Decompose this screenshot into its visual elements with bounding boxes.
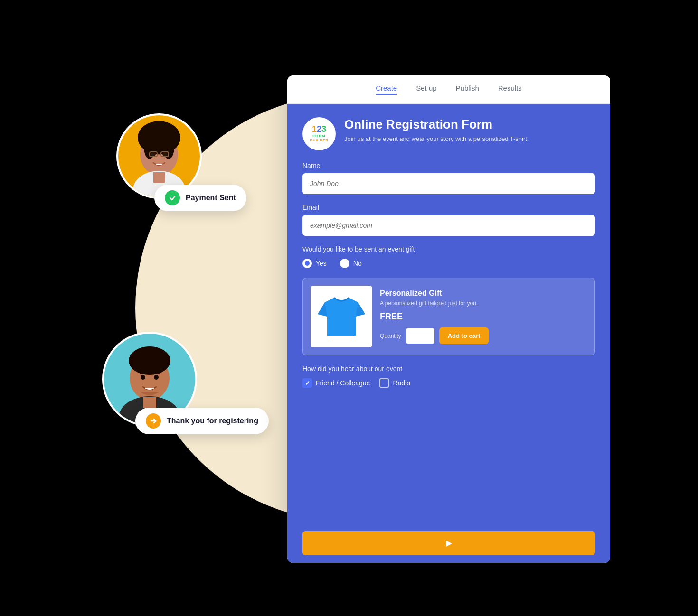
product-image [311,286,372,347]
name-input[interactable] [302,173,595,194]
checkbox-friend-label: Friend / Colleague [316,379,370,387]
thankyou-text: Thank you for registering [167,417,258,425]
product-price: FREE [380,312,587,322]
left-section: Payment Sent [88,85,287,465]
tab-create[interactable]: Create [376,84,397,95]
product-desc: A personalized gift tailored just for yo… [380,299,587,308]
arrow-icon [146,413,161,429]
form-subtitle: Join us at the event and wear your story… [344,135,529,143]
form-body: 123 FORM BUILDER Online Registration For… [287,104,610,531]
name-field-group: Name [302,162,595,194]
radio-no-label: No [353,260,362,267]
svg-point-10 [162,152,167,156]
hear-checkbox-section: How did you hear about our event Friend … [302,365,595,388]
checkbox-friend-option[interactable]: Friend / Colleague [302,378,370,388]
product-card: Personalized Gift A personalized gift ta… [302,278,595,355]
radio-yes-circle [302,259,312,268]
svg-point-15 [141,375,145,380]
checkbox-friend-box [302,378,312,388]
tab-publish[interactable]: Publish [456,84,479,95]
form-container: Create Set up Publish Results 123 FORM B… [287,75,610,563]
logo-123: 123 [310,125,328,134]
radio-options: Yes No [302,259,595,268]
logo-builder-text: BUILDER [310,139,328,143]
radio-yes-label: Yes [316,260,327,267]
svg-point-12 [129,346,170,375]
payment-sent-badge: Payment Sent [154,185,246,211]
payment-sent-text: Payment Sent [186,194,236,202]
thankyou-badge: Thank you for registering [135,408,269,434]
add-to-cart-button[interactable]: Add to cart [439,327,489,344]
checkbox-radio-option[interactable]: Radio [379,378,410,388]
product-info: Personalized Gift A personalized gift ta… [380,289,587,345]
gift-radio-group: Would you like to be sent an event gift … [302,245,595,268]
tab-setup[interactable]: Set up [416,84,436,95]
svg-rect-5 [153,172,165,183]
radio-no-circle [340,259,349,268]
email-label: Email [302,204,595,211]
checkbox-radio-label: Radio [393,379,410,387]
product-name: Personalized Gift [380,289,587,298]
form-header: 123 FORM BUILDER Online Registration For… [302,117,595,150]
tab-results[interactable]: Results [498,84,522,95]
check-icon [165,190,180,205]
tab-bar: Create Set up Publish Results [287,75,610,104]
quantity-input[interactable] [406,328,434,344]
radio-no-option[interactable]: No [340,259,362,268]
email-field-group: Email [302,204,595,236]
gift-question-label: Would you like to be sent an event gift [302,245,595,253]
svg-rect-14 [143,397,156,408]
checkbox-options: Friend / Colleague Radio [302,378,595,388]
logo: 123 FORM BUILDER [302,117,336,150]
svg-point-16 [154,375,159,380]
form-title-section: Online Registration Form Join us at the … [344,117,529,143]
form-title: Online Registration Form [344,117,529,132]
name-label: Name [302,162,595,169]
checkbox-radio-box [379,378,389,388]
submit-button[interactable]: ▶ [302,531,595,555]
radio-yes-option[interactable]: Yes [302,259,327,268]
quantity-label: Quantity [380,333,401,339]
quantity-row: Quantity Add to cart [380,327,587,344]
email-input[interactable] [302,215,595,236]
svg-point-9 [151,152,156,156]
hear-question-label: How did you hear about our event [302,365,595,373]
submit-area: ▶ [287,531,610,563]
